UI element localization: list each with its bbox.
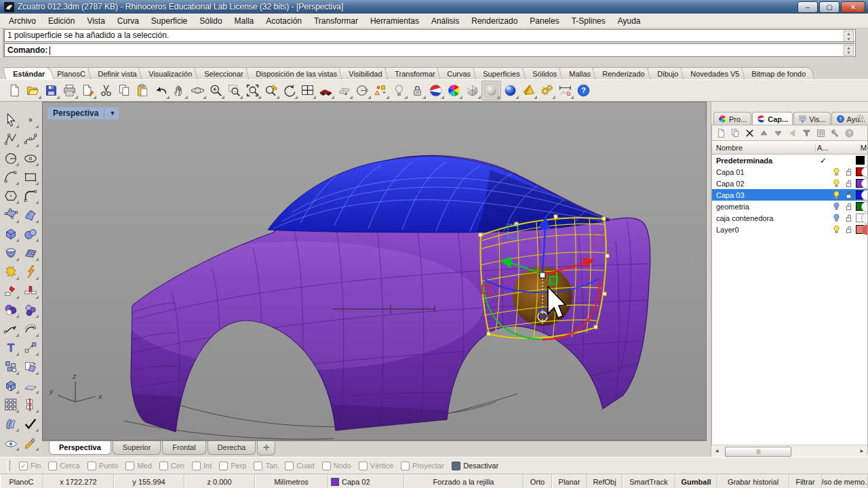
check-icon[interactable] — [21, 415, 39, 432]
layer-row-predeterminada[interactable]: Predeterminada✓ — [712, 155, 867, 166]
undo-icon[interactable] — [152, 81, 170, 100]
zoom-plus-icon[interactable] — [207, 81, 225, 100]
layer-row-caja-contenedora[interactable]: caja contenedora — [712, 212, 867, 224]
status-planar[interactable]: Planar — [552, 474, 587, 488]
array-grid-icon[interactable] — [1, 396, 20, 413]
osnap-desactivar[interactable]: Desactivar — [452, 462, 498, 470]
status-z-0-000[interactable]: z 0.000 — [184, 474, 255, 488]
panel-tab-pro[interactable]: Pro... — [713, 112, 751, 125]
column-material[interactable]: M — [860, 144, 867, 152]
column-name[interactable]: Nombre — [712, 144, 815, 152]
viewport[interactable]: z x y Perspectiva ▼ — [42, 102, 707, 441]
menu-acotaci-n[interactable]: Acotación — [260, 14, 308, 28]
checkbox[interactable]: ✓ — [19, 462, 28, 470]
osnap-cuad[interactable]: Cuad — [285, 462, 314, 470]
menu-an-lisis[interactable]: Análisis — [425, 14, 465, 28]
status-capa-02[interactable]: Capa 02 — [328, 474, 404, 488]
minimize-button[interactable]: – — [797, 1, 818, 13]
print-icon[interactable] — [60, 81, 79, 100]
layer-list-hscrollbar[interactable]: ◄ ► — [711, 445, 867, 457]
toolbar-tab-visibilidad[interactable]: Visibilidad — [338, 67, 391, 79]
car-icon[interactable] — [317, 81, 335, 100]
layer-visibility-bulb-icon[interactable] — [830, 190, 842, 199]
toolbar-tab-seleccionar[interactable]: Seleccionar — [194, 67, 252, 79]
srf-points-icon[interactable] — [1, 206, 20, 224]
menu-vista[interactable]: Vista — [81, 14, 111, 28]
rectangle-icon[interactable] — [21, 168, 39, 186]
offset-curve-icon[interactable] — [21, 320, 39, 338]
point-icon[interactable] — [21, 111, 39, 129]
menu-ayuda[interactable]: Ayuda — [612, 14, 647, 28]
menu-malla[interactable]: Malla — [229, 14, 260, 28]
menu-s-lido[interactable]: Sólido — [193, 14, 228, 28]
orbit-icon[interactable] — [189, 81, 207, 100]
circle-radius-icon[interactable] — [353, 81, 372, 100]
page-brush-icon[interactable] — [79, 81, 97, 100]
status-mil-metros[interactable]: Milímetros — [255, 474, 328, 488]
checkbox[interactable] — [359, 462, 368, 470]
move-scale-icon[interactable] — [21, 339, 39, 357]
cplane-icon[interactable] — [335, 81, 353, 100]
osnap-int[interactable]: Int — [192, 462, 212, 470]
move-up-icon[interactable] — [757, 126, 770, 140]
status-smarttrack[interactable]: SmartTrack — [623, 474, 675, 488]
layer-material-swatch[interactable] — [861, 224, 868, 235]
layer-row-capa-02[interactable]: Capa 02 — [712, 178, 867, 189]
add-viewport-tab[interactable]: ✛ — [257, 441, 275, 455]
color-wheel-icon[interactable] — [445, 81, 463, 100]
layer-material-swatch[interactable] — [861, 167, 868, 178]
explode-bolt-icon[interactable] — [21, 263, 39, 281]
text-icon[interactable]: T — [1, 339, 20, 357]
car-model[interactable] — [117, 155, 653, 441]
layer-material-swatch[interactable] — [861, 213, 868, 224]
toolbar-tab-transformar[interactable]: Transformar — [384, 67, 444, 79]
polygon-icon[interactable] — [1, 187, 20, 205]
menu-curva[interactable]: Curva — [111, 14, 145, 28]
hscroll-right-arrow[interactable]: ► — [856, 446, 867, 456]
save-icon[interactable] — [42, 81, 60, 100]
dimension-icon[interactable] — [556, 81, 574, 100]
layer-lock-icon[interactable] — [842, 202, 854, 211]
layer-material-swatch[interactable] — [861, 190, 868, 201]
toolbar-tab-planosc[interactable]: PlanosC — [47, 67, 94, 79]
revolve-icon[interactable] — [1, 244, 20, 262]
osnap-tan[interactable]: Tan — [254, 462, 277, 470]
title-bar[interactable]: Zcuatro 012.3dm (2787 KB) - Rhinoceros E… — [0, 0, 868, 14]
osnap-nodo[interactable]: Nodo — [322, 462, 351, 470]
shade-ghost-icon[interactable] — [481, 81, 501, 100]
zoom-extents-icon[interactable] — [225, 81, 243, 100]
box-icon[interactable] — [1, 225, 20, 243]
status-refobj[interactable]: RefObj — [587, 474, 623, 488]
rotate-plane-icon[interactable] — [21, 358, 39, 375]
viewport-tab-frontal[interactable]: Frontal — [162, 441, 205, 455]
status-grabar-historial[interactable]: Grabar historial — [717, 474, 789, 488]
trim-icon[interactable] — [1, 415, 20, 432]
bool-b-icon[interactable] — [21, 301, 39, 319]
panel-tab-vis[interactable]: Vis... — [793, 112, 830, 125]
ellipse-icon[interactable] — [21, 149, 39, 167]
layer-visibility-bulb-icon[interactable] — [830, 179, 842, 188]
move-left-icon[interactable] — [785, 126, 799, 140]
layer-visibility-bulb-icon[interactable] — [830, 202, 842, 211]
new-layer-icon[interactable] — [714, 126, 728, 140]
solid-face-icon[interactable] — [1, 377, 20, 394]
status-planoc[interactable]: PlanoC — [0, 474, 43, 488]
toolbar-tab-definir-vista[interactable]: Definir vista — [87, 67, 145, 79]
layer-current-check[interactable]: ✓ — [816, 156, 830, 165]
status-gumball[interactable]: Gumball — [675, 474, 717, 488]
checkbox[interactable] — [219, 462, 228, 470]
status-x-1722-272[interactable]: x 1722.272 — [43, 474, 114, 488]
zoom-selected-icon[interactable] — [262, 81, 280, 100]
viewports-icon[interactable] — [298, 81, 317, 100]
checkbox[interactable] — [48, 462, 57, 470]
command-input[interactable]: Comando: ▲▼ — [4, 43, 856, 57]
extend-curve-icon[interactable] — [1, 320, 20, 338]
hscroll-thumb[interactable] — [725, 447, 791, 457]
help-gray-icon[interactable]: ? — [842, 126, 856, 140]
move-down-icon[interactable] — [771, 126, 785, 140]
tools-icon[interactable] — [828, 126, 842, 140]
mesh-icon[interactable] — [21, 244, 39, 262]
osnap-punto[interactable]: Punto — [87, 462, 119, 470]
layer-lock-icon[interactable] — [842, 225, 854, 234]
layer-material-swatch[interactable] — [861, 201, 868, 212]
